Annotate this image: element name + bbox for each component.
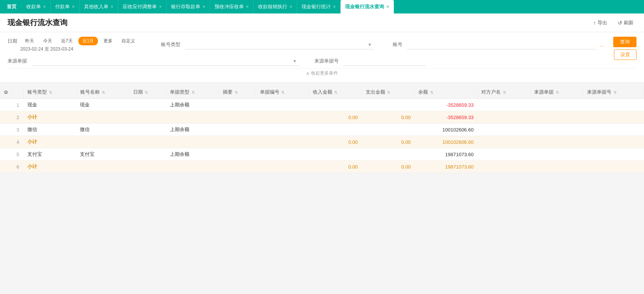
cell-doc-no — [256, 161, 309, 173]
cell-source-doc-no — [583, 148, 644, 161]
cell-date — [129, 111, 166, 124]
cell-income — [309, 148, 362, 161]
account-no-more-button[interactable]: ... — [598, 42, 606, 48]
dropdown-icon: ▼ — [368, 42, 372, 47]
column-balance[interactable]: 余额 ⇅ — [414, 86, 477, 99]
column-income[interactable]: 收入金额 ⇅ — [309, 86, 362, 99]
source-doc-no-input[interactable] — [343, 56, 426, 66]
cell-account-name — [76, 136, 129, 148]
cell-account-type: 现金 — [24, 99, 77, 111]
nav-tab-shoukuanhexiao[interactable]: 收款核销执行 × — [254, 0, 297, 13]
close-icon[interactable]: × — [159, 4, 162, 9]
nav-tab-yushou[interactable]: 预收冲应收单 × — [210, 0, 254, 13]
cell-date — [129, 136, 166, 148]
cell-source-doc — [530, 161, 583, 173]
cell-doc-no — [256, 99, 309, 111]
cell-doc-no — [256, 136, 309, 148]
cell-account-name: 微信 — [76, 124, 129, 136]
action-buttons: 查询 设置 — [613, 37, 636, 60]
cell-balance: 19871073.60 — [414, 161, 477, 173]
nav-home[interactable]: 首页 — [2, 0, 22, 13]
date-more[interactable]: 更多 — [100, 37, 116, 45]
nav-tab-xianjinyinhangliushui[interactable]: 现金银行流水查询 × — [341, 0, 394, 13]
sort-icon: ⇅ — [49, 90, 52, 94]
cell-date — [129, 161, 166, 173]
cell-income: 0.00 — [309, 111, 362, 124]
cell-expense — [362, 124, 414, 136]
close-icon[interactable]: × — [333, 4, 336, 9]
account-no-label: 账号 — [393, 41, 402, 48]
cell-summary — [219, 111, 256, 124]
column-account-name[interactable]: 账号名称 ⇅ — [76, 86, 129, 99]
page-header: 现金银行流水查询 ↑ 导出 ↺ 刷新 — [0, 13, 644, 32]
date-range-display: 2023-02-24 至 2023-03-24 — [20, 46, 73, 52]
cell-source-doc — [530, 99, 583, 111]
nav-tab-qitashouru[interactable]: 其他收入单 × — [80, 0, 118, 13]
column-account-type[interactable]: 账号类型 ⇅ — [24, 86, 77, 99]
cell-doc-type: 上期余额 — [166, 99, 219, 111]
header-actions: ↑ 导出 ↺ 刷新 — [590, 18, 636, 28]
cell-expense — [362, 148, 414, 161]
column-doc-no[interactable]: 单据编号 ⇅ — [256, 86, 309, 99]
nav-tab-yinhangcunqukuan[interactable]: 银行存取款单 × — [167, 0, 210, 13]
export-button[interactable]: ↑ 导出 — [590, 18, 610, 28]
table-row: 2小计0.000.00-3528659.33 — [0, 111, 644, 124]
cell-income: 0.00 — [309, 161, 362, 173]
date-label: 日期 — [8, 38, 17, 45]
nav-tab-shoukuandan[interactable]: 收款单 × — [22, 0, 51, 13]
query-button[interactable]: 查询 — [613, 37, 636, 47]
column-source-doc[interactable]: 来源单据 ⇅ — [530, 86, 583, 99]
date-yesterday[interactable]: 昨天 — [22, 37, 38, 45]
account-no-input[interactable] — [407, 40, 596, 49]
settings-button[interactable]: 设置 — [614, 49, 636, 60]
date-1month[interactable]: 近1月 — [78, 37, 98, 45]
cell-source-doc-no — [583, 136, 644, 148]
close-icon[interactable]: × — [203, 4, 205, 9]
table-header-row: ⚙ 账号类型 ⇅ 账号名称 ⇅ 日期 ⇅ 单据类型 ⇅ — [0, 86, 644, 99]
cell-counterpart — [477, 124, 530, 136]
column-source-doc-no[interactable]: 来源单据号 ⇅ — [583, 86, 644, 99]
cell-source-doc-no — [583, 161, 644, 173]
cell-balance: 100102606.60 — [414, 136, 477, 148]
close-icon[interactable]: × — [246, 4, 249, 9]
column-settings[interactable]: ⚙ — [0, 86, 12, 99]
date-custom[interactable]: 自定义 — [118, 37, 138, 45]
nav-tab-yingshouyingfu[interactable]: 应收应付调整单 × — [118, 0, 167, 13]
account-type-label: 账号类型 — [161, 41, 180, 48]
column-summary[interactable]: 摘要 ⇅ — [219, 86, 256, 99]
cell-income: 0.00 — [309, 136, 362, 148]
account-type-select[interactable]: ▼ — [185, 40, 374, 49]
close-icon[interactable]: × — [290, 4, 292, 9]
gear-icon[interactable]: ⚙ — [4, 90, 8, 95]
cell-account-name: 支付宝 — [76, 148, 129, 161]
close-icon[interactable]: × — [72, 4, 75, 9]
date-today[interactable]: 今天 — [40, 37, 56, 45]
data-table: ⚙ 账号类型 ⇅ 账号名称 ⇅ 日期 ⇅ 单据类型 ⇅ — [0, 86, 644, 173]
nav-tab-xianjinyinhangtongji[interactable]: 现金银行统计 × — [297, 0, 341, 13]
column-date[interactable]: 日期 ⇅ — [129, 86, 166, 99]
nav-tab-fukuandan[interactable]: 付款单 × — [51, 0, 80, 13]
date-7days[interactable]: 近7天 — [58, 37, 76, 45]
row-number: 6 — [12, 161, 24, 173]
sort-icon: ⇅ — [430, 90, 433, 94]
column-counterpart[interactable]: 对方户名 ⇅ — [477, 86, 530, 99]
close-icon[interactable]: × — [43, 4, 46, 9]
close-icon[interactable]: × — [111, 4, 113, 9]
refresh-icon: ↺ — [618, 20, 622, 26]
collapse-button[interactable]: ∧ 收起更多条件 — [306, 70, 338, 76]
column-doc-type[interactable]: 单据类型 ⇅ — [166, 86, 219, 99]
cell-summary — [219, 148, 256, 161]
source-doc-select[interactable]: ▼ — [32, 56, 299, 66]
cell-account-type: 微信 — [24, 124, 77, 136]
column-expense[interactable]: 支出金额 ⇅ — [362, 86, 414, 99]
close-icon[interactable]: × — [386, 4, 389, 9]
cell-doc-type: 上期余额 — [166, 124, 219, 136]
row-number: 4 — [12, 136, 24, 148]
cell-counterpart — [477, 99, 530, 111]
cell-balance: -3528659.33 — [414, 99, 477, 111]
cell-account-type: 小计 — [24, 161, 77, 173]
collapse-up-icon: ∧ — [306, 71, 309, 76]
cell-income — [309, 124, 362, 136]
table-row: 4小计0.000.00100102606.60 — [0, 136, 644, 148]
refresh-button[interactable]: ↺ 刷新 — [615, 18, 636, 28]
